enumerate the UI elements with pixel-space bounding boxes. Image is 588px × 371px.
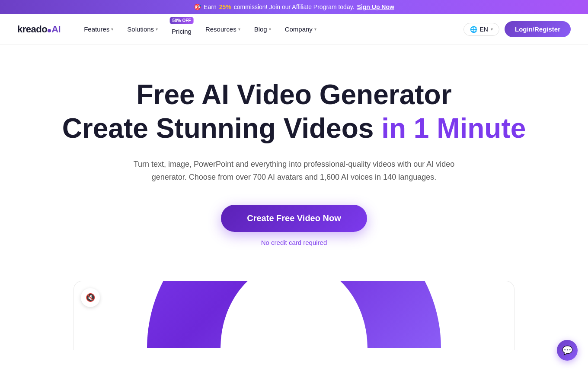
no-credit-card-text: No credit card required [43, 239, 545, 246]
chat-icon: 💬 [562, 345, 573, 350]
logo[interactable]: kreadoAI [17, 24, 61, 35]
chevron-down-icon: ▾ [156, 27, 158, 32]
banner-suffix: commission! Join our Affiliate Program t… [234, 3, 355, 10]
chevron-down-icon: ▾ [111, 27, 113, 32]
hero-title-highlight: in 1 Minute [381, 113, 526, 144]
lang-label: EN [480, 26, 488, 33]
navbar: kreadoAI Features ▾ Solutions ▾ 50% OFF … [0, 14, 588, 45]
chevron-down-icon: ▾ [314, 27, 316, 32]
video-arc-inner [220, 281, 368, 348]
video-preview: 🔇 [74, 281, 514, 350]
video-inner: 🔇 [74, 281, 514, 348]
nav-item-features[interactable]: Features ▾ [78, 22, 119, 36]
pricing-badge: 50% OFF [170, 17, 194, 24]
nav-item-blog[interactable]: Blog ▾ [248, 22, 277, 36]
logo-text: kreadoAI [17, 24, 61, 35]
chevron-down-icon: ▾ [491, 27, 493, 32]
chevron-down-icon: ▾ [269, 27, 271, 32]
hero-title-line1: Free AI Video Generator [43, 79, 545, 110]
top-banner: 🎯 Earn 25% commission! Join our Affiliat… [0, 0, 588, 14]
language-selector[interactable]: 🌐 EN ▾ [463, 23, 499, 36]
hero-section: Free AI Video Generator Create Stunning … [35, 45, 553, 263]
login-register-button[interactable]: Login/Register [505, 21, 571, 37]
nav-item-solutions[interactable]: Solutions ▾ [121, 22, 164, 36]
hero-title-plain: Create Stunning Videos [62, 113, 382, 144]
banner-percent: 25% [219, 3, 231, 10]
nav-item-resources[interactable]: Resources ▾ [199, 22, 246, 36]
banner-signup-link[interactable]: Sign Up Now [357, 3, 394, 10]
nav-item-company[interactable]: Company ▾ [279, 22, 323, 36]
hero-description: Turn text, image, PowerPoint and everyth… [130, 158, 458, 184]
banner-icon: 🎯 [194, 3, 201, 10]
banner-prefix: Earn [204, 3, 217, 10]
mute-button[interactable]: 🔇 [81, 288, 100, 307]
nav-links: Features ▾ Solutions ▾ 50% OFF Pricing R… [78, 20, 463, 38]
chevron-down-icon: ▾ [238, 27, 240, 32]
chat-widget[interactable]: 💬 [557, 340, 578, 350]
globe-icon: 🌐 [470, 26, 477, 33]
nav-right: 🌐 EN ▾ Login/Register [463, 21, 571, 37]
create-free-video-button[interactable]: Create Free Video Now [221, 205, 367, 232]
nav-item-pricing[interactable]: 50% OFF Pricing [166, 20, 198, 38]
hero-title-line2: Create Stunning Videos in 1 Minute [43, 113, 545, 143]
